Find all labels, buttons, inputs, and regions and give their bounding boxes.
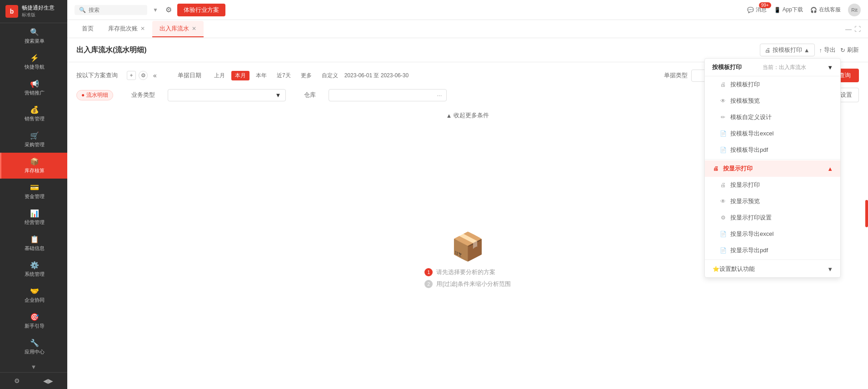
dropdown-display-pdf[interactable]: 📄 按显示导出pdf: [705, 242, 840, 259]
filter-collapse-btn[interactable]: «: [150, 71, 160, 80]
header-search-box[interactable]: 🔍: [75, 5, 147, 15]
dropdown-template-pdf[interactable]: 📄 按模板导出pdf: [705, 142, 840, 158]
dropdown-display-print-group[interactable]: 🖨 按显示打印 ▲: [705, 160, 840, 177]
user-avatar[interactable]: Rit: [848, 4, 861, 16]
chevron-down-icon2: ▼: [827, 266, 833, 273]
sidebar-item-apps[interactable]: 🔧 应用中心: [0, 334, 67, 360]
template-print-btn[interactable]: 🖨 按模板打印 ▲: [760, 44, 815, 56]
tab-home[interactable]: 首页: [75, 21, 101, 37]
empty-step-2: 2 用[过滤]条件来缩小分析范围: [424, 280, 510, 288]
sidebar-item-inventory[interactable]: 📦 库存核算: [0, 153, 67, 179]
sidebar-settings-btn[interactable]: ⚙: [14, 377, 20, 384]
date-btn-last-month[interactable]: 上月: [210, 71, 229, 80]
dropdown-divider2: [705, 259, 840, 260]
business-type-label: 业务类型: [131, 91, 155, 99]
dropdown-template-custom[interactable]: ✏ 模板自定义设计: [705, 109, 840, 125]
tab-flow[interactable]: 出入库流水 ✕: [152, 21, 204, 37]
message-btn[interactable]: 💬 消息 99+: [747, 6, 767, 14]
trial-btn[interactable]: 体验行业方案: [177, 4, 225, 16]
preview-icon: 👁: [719, 97, 727, 105]
header-bar: 🔍 ▼ ⚙ 体验行业方案 💬 消息 99+ 📱 App下载 🎧 在线客服 Rit: [67, 0, 868, 20]
search-input[interactable]: [89, 7, 134, 13]
sidebar-item-finance[interactable]: 💳 资金管理: [0, 179, 67, 204]
pdf2-icon: 📄: [719, 247, 727, 254]
export-btn[interactable]: ↑ 导出: [819, 46, 836, 54]
excel-icon: 📄: [719, 130, 727, 137]
dropdown-template-excel[interactable]: 📄 按模板导出excel: [705, 125, 840, 142]
filter-settings-btn[interactable]: ⚙: [139, 71, 148, 80]
sidebar-item-search[interactable]: 🔍 搜索菜单: [0, 23, 67, 49]
tab-flow-close[interactable]: ✕: [192, 25, 196, 32]
dropdown-divider: [705, 159, 840, 160]
date-btn-custom[interactable]: 自定义: [318, 71, 342, 80]
pdf-icon: 📄: [719, 146, 727, 154]
dropdown-set-default[interactable]: ⭐ 设置默认功能 ▼: [705, 261, 840, 277]
box-icon: 📦: [30, 157, 39, 166]
tab-batch-close[interactable]: ✕: [140, 25, 145, 32]
sidebar-item-collab[interactable]: 🤝 企业协同: [0, 282, 67, 308]
tab-batch[interactable]: 库存批次账 ✕: [101, 21, 152, 37]
message-icon: 💬: [747, 7, 754, 13]
dropdown-display-print-settings[interactable]: ⚙ 按显示打印设置: [705, 209, 840, 226]
date-btn-7days[interactable]: 近7天: [273, 71, 294, 80]
scroll-indicator: [865, 200, 868, 227]
warehouse-select[interactable]: ···: [329, 89, 447, 101]
sidebar-item-purchase[interactable]: 🛒 采购管理: [0, 127, 67, 153]
export-icon: ↑: [819, 47, 823, 54]
dropdown-display-print[interactable]: 🖨 按显示打印: [705, 177, 840, 193]
sidebar-bottom: ⚙ ◀▶: [0, 372, 67, 389]
headset-icon: 🎧: [810, 7, 817, 13]
filter-add-btn[interactable]: +: [127, 71, 136, 80]
sidebar-scroll-down[interactable]: ▼: [0, 362, 67, 372]
sidebar-item-basics[interactable]: 📋 基础信息: [0, 230, 67, 256]
search-icon: 🔍: [79, 7, 86, 13]
sidebar-collapse-btn[interactable]: ◀▶: [43, 377, 53, 384]
empty-steps: 1 请先选择要分析的方案 2 用[过滤]条件来缩小分析范围: [424, 268, 510, 288]
refresh-btn[interactable]: ↻ 刷新: [840, 46, 859, 54]
sidebar-item-system[interactable]: ⚙️ 系统管理: [0, 256, 67, 282]
date-btn-this-year[interactable]: 本年: [252, 71, 270, 80]
target-icon: 🎯: [30, 313, 39, 321]
business-type-select[interactable]: ▼: [168, 89, 286, 101]
filter-badge-流水明细[interactable]: ● 流水明细: [76, 90, 113, 100]
header-gear-icon[interactable]: ⚙: [165, 5, 172, 14]
dropdown-header[interactable]: 按模板打印 当前：出入库流水 ▼: [705, 59, 840, 76]
excel2-icon: 📄: [719, 230, 727, 238]
dropdown-display-excel[interactable]: 📄 按显示导出excel: [705, 226, 840, 242]
app-download-btn[interactable]: 📱 App下载: [774, 6, 803, 14]
search-dropdown-icon[interactable]: ▼: [153, 7, 158, 13]
sidebar-item-guide[interactable]: 🎯 新手引导: [0, 308, 67, 334]
refresh-icon: ↻: [840, 47, 845, 54]
badge-icon: ●: [81, 92, 85, 98]
business-dropdown-icon: ▼: [275, 92, 281, 99]
handshake-icon: 🤝: [30, 287, 39, 295]
chart-icon: 📊: [30, 209, 39, 218]
date-btn-this-month[interactable]: 本月: [231, 71, 249, 80]
clipboard-icon: 📋: [30, 235, 39, 244]
display-print-icon: 🖨: [712, 165, 719, 172]
warehouse-more-icon: ···: [437, 92, 442, 99]
template-print-dropdown: 按模板打印 当前：出入库流水 ▼ 🖨 按模板打印 👁 按模板预览 ✏ 模板自定义…: [704, 58, 841, 278]
dropdown-display-preview[interactable]: 👁 按显示预览: [705, 193, 840, 209]
empty-illustration: 📦: [451, 230, 485, 263]
dropdown-template-preview[interactable]: 👁 按模板预览: [705, 93, 840, 109]
empty-step-1: 1 请先选择要分析的方案: [424, 268, 510, 276]
page-body: 出入库流水(流水明细) 🖨 按模板打印 ▲ ↑ 导出 ↻ 刷新: [67, 38, 868, 389]
lightning-icon: ⚡: [30, 54, 39, 62]
maximize-btn[interactable]: ⛶: [854, 25, 861, 33]
gear-icon: ⚙️: [30, 261, 39, 269]
sidebar-item-operations[interactable]: 📊 经营管理: [0, 204, 67, 230]
default-icon: ⭐: [712, 265, 719, 273]
date-btn-more[interactable]: 更多: [297, 71, 315, 80]
step-2-num: 2: [424, 280, 433, 288]
sidebar-item-sales[interactable]: 💰 销售管理: [0, 101, 67, 127]
sidebar-item-quicknav[interactable]: ⚡ 快捷导航: [0, 49, 67, 75]
chevron-up-icon: ▲: [804, 47, 810, 54]
filter-badge-area: ● 流水明细: [76, 90, 113, 100]
search-icon: 🔍: [30, 28, 39, 36]
minimize-btn[interactable]: —: [845, 25, 852, 33]
sidebar-item-marketing[interactable]: 📢 营销推广: [0, 75, 67, 101]
print2-icon: 🖨: [719, 181, 727, 189]
dropdown-template-print[interactable]: 🖨 按模板打印: [705, 76, 840, 93]
online-service-btn[interactable]: 🎧 在线客服: [810, 6, 841, 14]
